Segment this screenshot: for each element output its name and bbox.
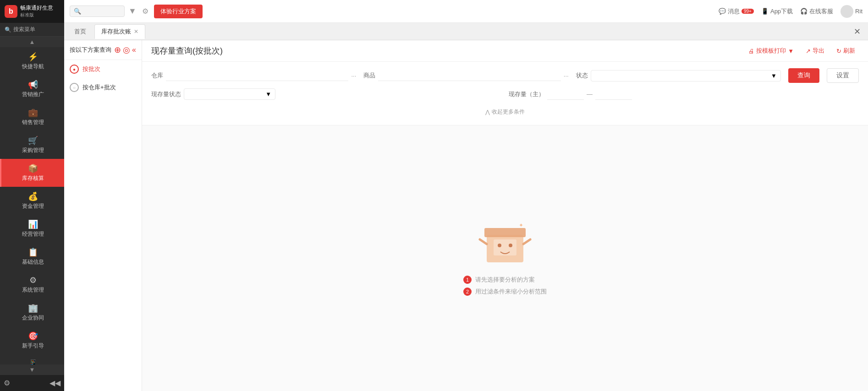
messages-badge: 99+ xyxy=(742,9,754,14)
warehouse-filter: 仓库 ··· xyxy=(151,70,356,81)
operations-icon: 📊 xyxy=(28,219,38,229)
export-button[interactable]: ↗ 导出 xyxy=(802,45,828,57)
collapse-more-btn[interactable]: ⋀ 收起更多条件 xyxy=(151,105,859,119)
stock-quantity-min[interactable] xyxy=(547,89,584,100)
page-header: 现存量查询(按批次) 🖨 按模板打印 ▼ ↗ 导出 ↻ 刷新 xyxy=(142,40,868,62)
tab-close-all-btn[interactable]: ✕ xyxy=(850,27,864,37)
topbar-gear-icon[interactable]: ⚙ xyxy=(140,5,150,17)
app-name: 畅康通好生意 xyxy=(20,5,53,12)
collapse-label: 收起更多条件 xyxy=(492,108,525,116)
tab-inventory-batch[interactable]: 库存批次账 ✕ xyxy=(94,24,145,39)
status-select[interactable]: ▼ xyxy=(591,70,781,81)
user-menu[interactable]: Rit xyxy=(841,5,863,18)
empty-svg: ✦ xyxy=(478,219,533,265)
refresh-label: 刷新 xyxy=(843,47,855,55)
scheme-item-by-batch[interactable]: ● 按批次 xyxy=(64,60,142,78)
left-panel-header: 按以下方案查询 ⊕ ◎ « xyxy=(64,40,142,60)
sidebar-item-sales[interactable]: 💼 销售管理 xyxy=(0,103,64,131)
phone-icon: 📱 xyxy=(761,8,769,15)
svg-rect-1 xyxy=(484,228,526,237)
scheme-item-by-warehouse-batch[interactable]: ○ 按仓库+批次 xyxy=(64,78,142,97)
svg-point-3 xyxy=(498,244,501,247)
refresh-icon: ↻ xyxy=(836,48,841,54)
collapse-sidebar-btn[interactable]: ◀◀ xyxy=(49,379,60,387)
refresh-button[interactable]: ↻ 刷新 xyxy=(833,45,859,57)
sidebar-item-apps[interactable]: 📱 应用中心 xyxy=(0,354,64,364)
enterprise-icon: 🏢 xyxy=(28,303,38,313)
print-button[interactable]: 🖨 按模板打印 ▼ xyxy=(745,45,797,57)
scheme-active-icon: ● xyxy=(70,65,79,74)
sidebar-item-inventory[interactable]: 📦 库存核算 xyxy=(0,159,64,187)
collapse-panel-btn[interactable]: « xyxy=(132,46,136,54)
base-icon: 📋 xyxy=(28,247,38,257)
sidebar-item-label: 系统管理 xyxy=(22,286,44,294)
sidebar-item-system[interactable]: ⚙ 系统管理 xyxy=(0,271,64,299)
warehouse-input[interactable] xyxy=(166,70,348,81)
query-button[interactable]: 查询 xyxy=(788,68,819,83)
warehouse-more-btn[interactable]: ··· xyxy=(351,72,356,79)
tab-home[interactable]: 首页 xyxy=(68,25,93,38)
industry-solution-button[interactable]: 体验行业方案 xyxy=(154,5,203,18)
add-scheme-btn[interactable]: ⊕ xyxy=(114,45,121,55)
scheme-settings-btn[interactable]: ◎ xyxy=(123,45,130,55)
sidebar-item-label: 销售管理 xyxy=(22,119,44,126)
topbar-search-icon: 🔍 xyxy=(74,8,81,15)
sidebar: b 畅康通好生意 标准版 🔍 搜索菜单 ▲ ⚡ 快捷导航 📢 营销推广 💼 销售… xyxy=(0,0,64,391)
sidebar-nav: ⚡ 快捷导航 📢 营销推广 💼 销售管理 🛒 采购管理 📦 库存核算 💰 资金管… xyxy=(0,47,64,364)
stock-status-select[interactable]: ▼ xyxy=(184,88,275,100)
sidebar-search-area[interactable]: 🔍 搜索菜单 xyxy=(0,23,64,37)
sidebar-item-marketing[interactable]: 📢 营销推广 xyxy=(0,75,64,103)
sidebar-item-guide[interactable]: 🎯 新手引导 xyxy=(0,326,64,354)
svg-line-6 xyxy=(523,239,530,244)
page-actions: 🖨 按模板打印 ▼ ↗ 导出 ↻ 刷新 xyxy=(745,45,859,57)
topbar-search-input[interactable] xyxy=(83,8,120,15)
sidebar-item-purchase[interactable]: 🛒 采购管理 xyxy=(0,131,64,159)
sidebar-item-shortcut[interactable]: ⚡ 快捷导航 xyxy=(0,47,64,75)
left-panel: 按以下方案查询 ⊕ ◎ « ● 按批次 ○ 按仓库+批次 xyxy=(64,40,142,391)
print-icon: 🖨 xyxy=(748,48,754,54)
sidebar-item-enterprise[interactable]: 🏢 企业协同 xyxy=(0,299,64,326)
filter-row-2: 现存量状态 ▼ 现存量（主） — xyxy=(151,88,859,100)
sidebar-item-operations[interactable]: 📊 经营管理 xyxy=(0,215,64,243)
page-title: 现存量查询(按批次) xyxy=(151,45,223,56)
settings-button[interactable]: 设置 xyxy=(827,68,859,83)
sidebar-item-label: 新手引导 xyxy=(22,342,44,350)
hint-text-2: 用过滤条件来缩小分析范围 xyxy=(475,286,547,298)
product-filter: 商品 ··· xyxy=(363,70,568,81)
messages-button[interactable]: 💬 消息 99+ xyxy=(719,7,754,16)
stock-quantity-max[interactable] xyxy=(595,89,632,100)
hint-text-1: 请先选择要分析的方案 xyxy=(475,274,535,286)
scroll-down-btn[interactable]: ▼ xyxy=(0,364,64,375)
tab-inventory-batch-label: 库存批次账 xyxy=(101,27,131,36)
product-label: 商品 xyxy=(363,71,375,80)
empty-hints: 1 请先选择要分析的方案 2 用过滤条件来缩小分析范围 xyxy=(463,274,547,298)
user-avatar xyxy=(841,5,853,18)
product-more-btn[interactable]: ··· xyxy=(564,72,569,79)
svg-text:✦: ✦ xyxy=(519,222,523,228)
svg-rect-2 xyxy=(494,239,516,255)
tab-close-btn[interactable]: ✕ xyxy=(134,28,138,35)
svg-point-4 xyxy=(509,244,512,247)
apps-icon: 📱 xyxy=(28,359,38,364)
empty-state: ✦ 1 请先选择要分析的方案 2 用过滤条件来缩小分析范围 xyxy=(142,125,868,391)
stock-status-label: 现存量状态 xyxy=(151,90,181,98)
sidebar-item-label: 库存核算 xyxy=(22,174,44,182)
settings-icon[interactable]: ⚙ xyxy=(4,379,10,387)
left-panel-title: 按以下方案查询 xyxy=(70,46,111,54)
sidebar-item-label: 基础信息 xyxy=(22,258,44,266)
status-label: 状态 xyxy=(576,71,588,80)
sidebar-item-label: 资金管理 xyxy=(22,202,44,210)
scroll-up-btn[interactable]: ▲ xyxy=(0,37,64,47)
topbar-dropdown-btn[interactable]: ▼ xyxy=(128,6,137,16)
print-dropdown-icon[interactable]: ▼ xyxy=(788,48,794,54)
app-download-button[interactable]: 📱 App下载 xyxy=(761,7,793,16)
product-input[interactable] xyxy=(378,70,560,81)
sidebar-item-finance[interactable]: 💰 资金管理 xyxy=(0,187,64,215)
topbar-search[interactable]: 🔍 xyxy=(70,5,125,17)
online-service-button[interactable]: 🎧 在线客服 xyxy=(800,7,833,16)
filter-area: 仓库 ··· 商品 ··· 状态 ▼ xyxy=(142,62,868,125)
sidebar-item-base[interactable]: 📋 基础信息 xyxy=(0,243,64,271)
search-menu-label: 搜索菜单 xyxy=(13,26,35,33)
messages-label: 消息 xyxy=(728,7,740,16)
empty-illustration: ✦ xyxy=(478,219,533,265)
